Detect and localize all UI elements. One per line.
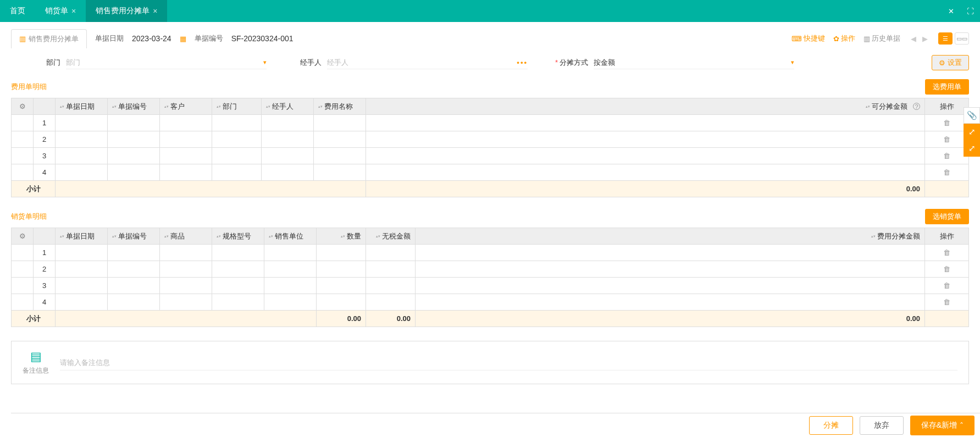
notes-icon: ▤: [30, 350, 42, 364]
sales-detail-table: ⚙ ▴▾单据日期 ▴▾单据编号 ▴▾商品 ▴▾规格型号 ▴▾销售单位 ▴▾数量 …: [11, 228, 969, 327]
sort-icon[interactable]: ▴▾: [112, 235, 117, 237]
expense-detail-title: 费用单明细: [11, 82, 47, 92]
discard-button[interactable]: 放弃: [860, 416, 904, 435]
delete-icon[interactable]: 🗑: [943, 119, 950, 127]
chevron-down-icon[interactable]: ▾: [263, 59, 267, 66]
remarks-box: ▤ 备注信息: [11, 341, 969, 384]
tab-home[interactable]: 首页: [0, 0, 35, 22]
expand-icon[interactable]: ⤢: [964, 124, 980, 140]
gear-icon: ⚙: [939, 59, 945, 67]
handler-input[interactable]: [327, 56, 517, 69]
expand-icon[interactable]: ⤢: [964, 140, 980, 157]
remarks-input[interactable]: [60, 355, 957, 370]
allocate-button[interactable]: 分摊: [809, 416, 853, 435]
close-icon[interactable]: ×: [71, 7, 76, 15]
select-sales-button[interactable]: 选销货单: [925, 209, 969, 224]
expense-detail-table: ⚙ ▴▾单据日期 ▴▾单据编号 ▴▾客户 ▴▾部门 ▴▾经手人 ▴▾费用名称 ▴…: [11, 98, 969, 197]
history-icon: ▥: [863, 35, 870, 43]
sort-icon[interactable]: ▴▾: [164, 235, 169, 237]
sort-icon[interactable]: ▴▾: [217, 105, 221, 108]
sort-icon[interactable]: ▴▾: [269, 235, 273, 237]
number-value: SF-20230324-001: [231, 34, 294, 43]
delete-icon[interactable]: 🗑: [943, 168, 950, 176]
tab-sales-order[interactable]: 销货单 ×: [35, 0, 86, 22]
sort-icon[interactable]: ▴▾: [164, 105, 169, 108]
more-icon[interactable]: •••: [517, 58, 528, 67]
gear-icon: ✿: [833, 35, 839, 43]
select-expense-button[interactable]: 选费用单: [925, 79, 969, 95]
table-row[interactable]: 3🗑: [12, 278, 969, 294]
gear-icon[interactable]: ⚙: [19, 102, 26, 110]
document-icon: ▥: [19, 35, 26, 43]
field-row: 部门 ▾ 经手人 ••• 分摊方式 ▾ ⚙设置: [11, 49, 969, 76]
prev-icon[interactable]: ◀: [909, 35, 918, 43]
delete-icon[interactable]: 🗑: [943, 265, 950, 273]
footer-bar: 分摊 放弃 保存&新增˄: [11, 413, 980, 437]
table-row[interactable]: 2🗑: [12, 131, 969, 148]
delete-icon[interactable]: 🗑: [943, 248, 950, 257]
gear-icon[interactable]: ⚙: [19, 232, 26, 240]
sort-icon[interactable]: ▴▾: [60, 105, 64, 108]
sort-icon[interactable]: ▴▾: [112, 105, 117, 108]
attachment-icon[interactable]: 📎: [964, 107, 980, 124]
save-new-button[interactable]: 保存&新增˄: [910, 416, 975, 435]
history-link[interactable]: ▥历史单据: [863, 34, 900, 43]
chevron-up-icon: ˄: [960, 421, 964, 430]
sort-icon[interactable]: ▴▾: [376, 235, 380, 237]
sort-icon[interactable]: ▴▾: [60, 235, 64, 237]
tab-expense-allocation[interactable]: 销售费用分摊单 ×: [86, 0, 167, 22]
delete-icon[interactable]: 🗑: [943, 152, 950, 160]
sort-icon[interactable]: ▴▾: [866, 105, 870, 108]
handler-label: 经手人: [283, 58, 322, 68]
table-row[interactable]: 1🗑: [12, 115, 969, 131]
top-tab-bar: 首页 销货单 × 销售费用分摊单 × ✕ ⛶: [0, 0, 980, 22]
settings-button[interactable]: ⚙设置: [932, 55, 969, 70]
chevron-down-icon[interactable]: ▾: [791, 59, 794, 66]
table-row[interactable]: 1🗑: [12, 245, 969, 261]
date-value[interactable]: 2023-03-24: [132, 34, 171, 43]
dept-input[interactable]: [66, 56, 261, 69]
form-header: ▥ 销售费用分摊单 单据日期 2023-03-24 ▦ 单据编号 SF-2023…: [11, 27, 969, 49]
dept-label: 部门: [11, 58, 60, 68]
calendar-icon[interactable]: ▦: [180, 35, 186, 43]
operation-link[interactable]: ✿操作: [833, 34, 855, 43]
expand-icon[interactable]: ⛶: [961, 0, 980, 22]
close-icon[interactable]: ×: [153, 7, 157, 15]
subtotal-row: 小计 0.00 0.00 0.00: [12, 311, 969, 327]
delete-icon[interactable]: 🗑: [943, 135, 950, 143]
floating-toolbar: 📎 ⤢ ⤢: [964, 107, 980, 157]
sort-icon[interactable]: ▴▾: [341, 235, 345, 237]
sort-icon[interactable]: ▴▾: [217, 235, 221, 237]
delete-icon[interactable]: 🗑: [943, 281, 950, 290]
date-label: 单据日期: [95, 34, 124, 43]
remarks-label: 备注信息: [23, 366, 49, 375]
sort-icon[interactable]: ▴▾: [871, 235, 876, 237]
form-type-tab[interactable]: ▥ 销售费用分摊单: [11, 29, 87, 48]
help-icon[interactable]: ?: [913, 103, 920, 110]
close-all-icon[interactable]: ✕: [942, 0, 961, 22]
keyboard-icon: ⌨: [791, 35, 802, 43]
sales-detail-title: 销货单明细: [11, 212, 47, 222]
next-icon[interactable]: ▶: [920, 35, 930, 43]
sort-icon[interactable]: ▴▾: [318, 105, 323, 108]
sort-icon[interactable]: ▴▾: [266, 105, 270, 108]
alloc-method-label: 分摊方式: [544, 58, 588, 68]
view-list-button[interactable]: ☰: [938, 32, 953, 45]
delete-icon[interactable]: 🗑: [943, 298, 950, 306]
table-row[interactable]: 3🗑: [12, 148, 969, 164]
subtotal-row: 小计 0.00: [12, 181, 969, 197]
alloc-method-select[interactable]: [594, 56, 789, 69]
table-row[interactable]: 4🗑: [12, 164, 969, 181]
table-row[interactable]: 2🗑: [12, 261, 969, 278]
shortcut-link[interactable]: ⌨快捷键: [791, 34, 825, 43]
view-grid-button[interactable]: ▭▭: [955, 32, 969, 45]
number-label: 单据编号: [195, 34, 223, 43]
table-row[interactable]: 4🗑: [12, 294, 969, 311]
